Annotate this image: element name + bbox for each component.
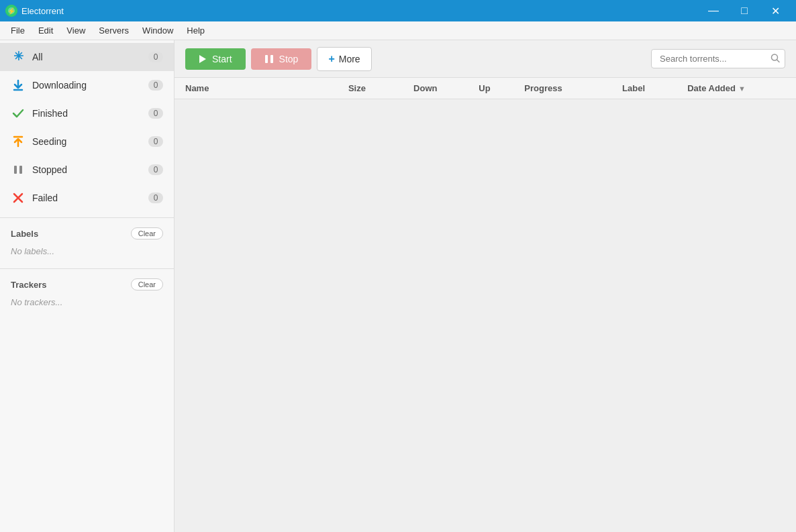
sidebar-divider-2 [0,268,174,269]
content-area: Start Stop + More [175,40,796,532]
sidebar-divider-1 [0,217,174,218]
sidebar: ✳ All 0 Downloading 0 [0,40,175,532]
close-button[interactable]: ✕ [760,0,791,21]
col-header-down[interactable]: Down [413,83,479,93]
trackers-section: Trackers Clear No trackers... [0,272,174,317]
title-bar: ⚡ Electorrent — □ ✕ [0,0,796,21]
sidebar-finished-count: 0 [148,108,163,119]
search-container [651,49,785,68]
sidebar-failed-count: 0 [148,193,163,203]
table-area: Name Size Down Up Progress Label Date Ad… [175,78,796,532]
nav-section: ✳ All 0 Downloading 0 [0,40,174,215]
sidebar-stopped-label: Stopped [32,164,142,175]
pause-icon [264,54,274,64]
search-input[interactable] [651,49,785,68]
trackers-title: Trackers [11,280,47,290]
sidebar-item-failed[interactable]: Failed 0 [0,184,174,212]
col-header-date[interactable]: Date Added ▼ [687,83,785,93]
trackers-clear-button[interactable]: Clear [131,278,163,290]
menu-file[interactable]: File [5,23,30,38]
menu-servers[interactable]: Servers [93,23,134,38]
sidebar-item-finished[interactable]: Finished 0 [0,99,174,127]
sidebar-item-stopped[interactable]: Stopped 0 [0,156,174,184]
stop-button[interactable]: Stop [251,48,312,70]
app-title: Electorrent [21,6,64,16]
svg-line-11 [777,60,780,62]
failed-icon [11,191,26,205]
menu-view[interactable]: View [61,23,91,38]
sidebar-item-all[interactable]: ✳ All 0 [0,43,174,71]
labels-clear-button[interactable]: Clear [131,227,163,240]
trackers-header: Trackers Clear [11,278,163,290]
sidebar-finished-label: Finished [32,108,142,119]
sidebar-seeding-label: Seeding [32,136,142,147]
col-header-name[interactable]: Name [185,83,348,93]
main-app: ✳ All 0 Downloading 0 [0,40,796,532]
col-header-up[interactable]: Up [479,83,524,93]
sort-icon: ▼ [738,85,746,93]
svg-rect-6 [14,166,17,174]
maximize-button[interactable]: □ [729,0,760,21]
sidebar-seeding-count: 0 [148,136,163,147]
all-icon: ✳ [11,50,26,64]
sidebar-all-count: 0 [148,52,163,62]
svg-rect-8 [265,55,268,63]
seeding-icon [11,134,26,149]
menu-edit[interactable]: Edit [33,23,58,38]
sidebar-item-seeding[interactable]: Seeding 0 [0,127,174,156]
labels-empty: No labels... [11,244,163,262]
finished-icon [11,106,26,121]
sidebar-downloading-count: 0 [148,80,163,91]
svg-rect-9 [270,55,273,63]
title-bar-controls: — □ ✕ [698,0,791,21]
downloading-icon [11,78,26,93]
col-header-size[interactable]: Size [348,83,413,93]
menu-help[interactable]: Help [181,23,210,38]
sidebar-failed-label: Failed [32,193,142,203]
menu-window[interactable]: Window [137,23,179,38]
search-icon [770,53,780,64]
more-button[interactable]: + More [317,47,371,71]
svg-rect-7 [19,166,22,174]
app-logo: ⚡ [5,5,17,17]
toolbar: Start Stop + More [175,40,796,78]
labels-section: Labels Clear No labels... [0,221,174,266]
table-header: Name Size Down Up Progress Label Date Ad… [175,78,796,99]
sidebar-stopped-count: 0 [148,164,163,175]
start-button[interactable]: Start [185,48,246,70]
svg-text:⚡: ⚡ [7,7,16,15]
sidebar-all-label: All [32,52,142,62]
menu-bar: File Edit View Servers Window Help [0,21,796,40]
minimize-button[interactable]: — [698,0,729,21]
title-bar-left: ⚡ Electorrent [5,5,64,17]
sidebar-downloading-label: Downloading [32,80,142,91]
stopped-icon [11,162,26,177]
labels-title: Labels [11,229,38,239]
svg-text:✳: ✳ [13,50,23,63]
col-header-label[interactable]: Label [622,83,687,93]
sidebar-item-downloading[interactable]: Downloading 0 [0,71,174,99]
col-header-progress[interactable]: Progress [524,83,622,93]
labels-header: Labels Clear [11,227,163,240]
play-icon [199,54,207,64]
trackers-empty: No trackers... [11,295,163,313]
